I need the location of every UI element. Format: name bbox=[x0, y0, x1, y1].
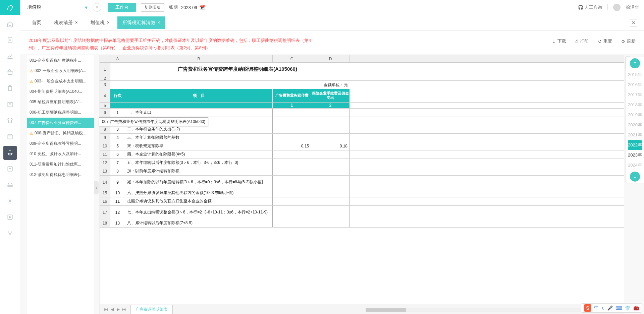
refresh-button[interactable]: ⟳刷新 bbox=[622, 38, 636, 44]
cell-item[interactable]: 减：本年扣除的以前年度结转额[3＞6，本行=0；3≤6，本行=8与(6-3)孰小… bbox=[125, 176, 273, 189]
nav-calendar-icon[interactable] bbox=[3, 130, 17, 144]
nav-chart-icon[interactable] bbox=[3, 49, 17, 63]
cell-value-c[interactable] bbox=[273, 125, 311, 133]
ime-punct-icon[interactable]: •, bbox=[601, 305, 604, 311]
close-icon[interactable]: ✕ bbox=[107, 20, 110, 25]
cell-value-c[interactable] bbox=[273, 197, 311, 205]
row-header[interactable]: 11 bbox=[100, 150, 110, 159]
row-header[interactable]: 9 bbox=[100, 134, 110, 142]
cell-item[interactable]: 乘：税收规定扣除率 bbox=[125, 142, 273, 150]
sheet-tab[interactable]: 广宣费调整明细表 bbox=[130, 305, 173, 314]
cell-value-d[interactable] bbox=[311, 134, 350, 142]
cell-rownum[interactable]: 6 bbox=[110, 150, 125, 159]
row-header[interactable]: 14 bbox=[100, 176, 110, 189]
cell-item[interactable]: 七、本年支出纳税调整金额(3＞6，本行=2+3-6+10-11；3≤6，本行=2… bbox=[125, 206, 273, 219]
cell-value-d[interactable] bbox=[311, 117, 350, 125]
cell-value-c[interactable] bbox=[273, 117, 311, 125]
nav-inbox-icon[interactable] bbox=[3, 178, 17, 192]
year-item[interactable]: 2021年 bbox=[628, 130, 642, 140]
year-item[interactable]: 2019年 bbox=[628, 110, 642, 120]
cell-value-d[interactable] bbox=[311, 189, 350, 197]
horizontal-scrollbar[interactable] bbox=[366, 308, 617, 312]
download-button[interactable]: ⇣下载 bbox=[552, 38, 566, 44]
cell-value-c[interactable] bbox=[273, 219, 311, 227]
ime-bar[interactable]: S 中 •, 🎤 ⌨ 👕 🧰 bbox=[581, 303, 642, 313]
year-item[interactable]: 2018年 bbox=[628, 100, 642, 110]
cell-value-d[interactable] bbox=[311, 150, 350, 159]
col-header-b[interactable]: B bbox=[125, 55, 273, 62]
nav-form-icon[interactable] bbox=[3, 98, 17, 112]
cell-value-c[interactable] bbox=[273, 150, 311, 159]
tab-income-tax[interactable]: 所得税汇算清缴✕ bbox=[117, 16, 165, 29]
ime-keyboard-icon[interactable]: ⌨ bbox=[615, 305, 622, 311]
avatar[interactable] bbox=[613, 4, 621, 11]
cell-rownum[interactable]: 12 bbox=[110, 206, 125, 219]
nav-shirt-icon[interactable] bbox=[3, 114, 17, 128]
form-list-item[interactable]: 006-职工薪酬纳税调整明细... bbox=[27, 107, 94, 118]
close-icon[interactable]: ✕ bbox=[75, 20, 78, 25]
cell-value-c[interactable] bbox=[273, 189, 311, 197]
year-scroll-up[interactable]: ⌃ bbox=[630, 58, 640, 68]
close-icon[interactable]: ✕ bbox=[157, 20, 160, 25]
cell-rownum[interactable]: 5 bbox=[110, 142, 125, 150]
ime-toolbox-icon[interactable]: 🧰 bbox=[633, 305, 639, 311]
cell-rownum[interactable]: 8 bbox=[110, 167, 125, 175]
reset-button[interactable]: ↺重置 bbox=[598, 38, 612, 44]
cell-item[interactable]: 一、本年支出 bbox=[125, 109, 273, 117]
row-header[interactable]: 17 bbox=[100, 206, 110, 219]
cell-item[interactable]: 二、本年符合条件的支出(1-2) bbox=[125, 125, 273, 133]
nav-bag-icon[interactable] bbox=[3, 65, 17, 79]
tab-tax-list[interactable]: 税表清册✕ bbox=[49, 16, 83, 29]
app-logo[interactable] bbox=[0, 0, 20, 15]
form-list-item[interactable]: 004-期间费用明细表(A1040... bbox=[27, 86, 94, 97]
workbench-button[interactable]: 工作台 bbox=[108, 3, 136, 12]
circle-menu-icon[interactable]: ≡ bbox=[93, 3, 101, 12]
year-item[interactable]: 2020年 bbox=[628, 120, 642, 130]
nav-bowl-icon[interactable] bbox=[3, 146, 17, 160]
form-list-item[interactable]: 005-纳税调整项目明细表(A1... bbox=[27, 97, 94, 107]
ime-skin-icon[interactable]: 👕 bbox=[625, 305, 631, 311]
col-header-a[interactable]: A bbox=[110, 55, 125, 62]
nav-export-icon[interactable] bbox=[3, 162, 17, 176]
year-item[interactable]: 2017年 bbox=[628, 90, 642, 100]
cell-value-d[interactable] bbox=[311, 176, 350, 189]
year-item[interactable]: 2022年 bbox=[628, 140, 642, 150]
cell-item[interactable]: 六、按照分摊协议归集至其他关联方的金额(10≤3与6孰小值) bbox=[125, 189, 273, 197]
tab-home[interactable]: 首页 bbox=[27, 16, 46, 29]
row-header[interactable]: 12 bbox=[100, 159, 110, 167]
row-header[interactable]: 15 bbox=[100, 189, 110, 197]
cell-item[interactable]: 五、本年结转以后年度扣除额(3＞6，本行=3-6；3≤6，本行=0) bbox=[125, 159, 273, 167]
nav-clipboard-icon[interactable] bbox=[3, 81, 17, 96]
form-list-item[interactable]: ⚠002-一般企业收入明细表(A... bbox=[27, 66, 94, 76]
cell-value-d[interactable] bbox=[311, 159, 350, 167]
cell-rownum[interactable]: 4 bbox=[110, 134, 125, 142]
cell-value-c[interactable] bbox=[273, 167, 311, 175]
sheet-nav-first[interactable]: ⏮ bbox=[103, 307, 109, 312]
period-value[interactable]: 2023-09 bbox=[181, 5, 197, 10]
cell-value-d[interactable] bbox=[311, 197, 350, 205]
collapse-handle[interactable]: ‹ bbox=[94, 181, 99, 194]
form-list-item[interactable]: 009-企业所得税弥补亏损明... bbox=[27, 138, 94, 149]
select-all-corner[interactable] bbox=[100, 55, 110, 62]
ime-mic-icon[interactable]: 🎤 bbox=[607, 305, 613, 311]
cell-item[interactable]: 三、本年计算扣除限额的基数 bbox=[125, 134, 273, 142]
cell-rownum[interactable]: 1 bbox=[110, 109, 125, 117]
cell-value-c[interactable] bbox=[273, 109, 311, 117]
cell-value-d[interactable] bbox=[311, 109, 350, 117]
username[interactable]: 徐泽华 bbox=[626, 4, 639, 10]
cell-rownum[interactable]: 10 bbox=[110, 189, 125, 197]
sheet-nav-next[interactable]: ▶ bbox=[115, 307, 121, 312]
cell-item[interactable]: 加：以前年度累计结转扣除额 bbox=[125, 167, 273, 175]
row-header[interactable]: 18 bbox=[100, 219, 110, 227]
form-list-item[interactable]: ⚠008-资产折旧、摊销及纳税... bbox=[27, 128, 94, 138]
cell-item[interactable]: 八、累计结转以后年度扣除额(7+8-9) bbox=[125, 219, 273, 227]
row-header[interactable]: 10 bbox=[100, 142, 110, 150]
year-item[interactable]: 2024年 bbox=[628, 160, 642, 170]
cell-value-d[interactable] bbox=[311, 206, 350, 219]
year-item[interactable]: 2023年 bbox=[628, 150, 642, 160]
nav-gear-icon[interactable] bbox=[3, 194, 17, 208]
tabbar-close-button[interactable]: ✕ bbox=[630, 19, 637, 26]
form-list-item[interactable]: 010-免税、减计收入及加计... bbox=[27, 149, 94, 159]
cell-item[interactable]: 四、本企业计算的扣除限额(4×5) bbox=[125, 150, 273, 159]
nav-home-icon[interactable] bbox=[3, 17, 17, 31]
